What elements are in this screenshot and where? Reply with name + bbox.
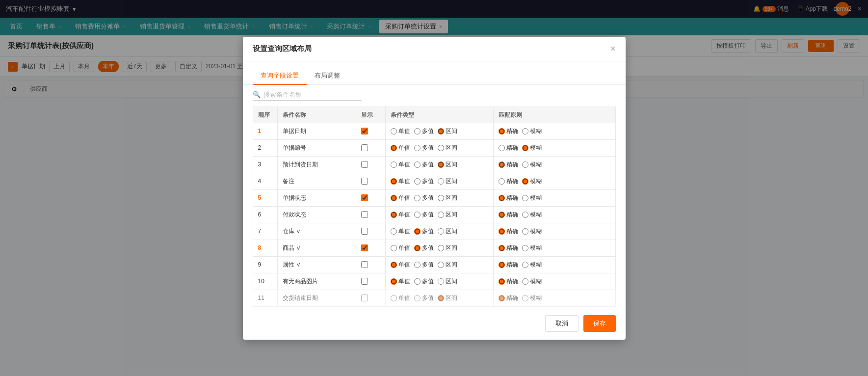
dialog-search: 🔍 bbox=[243, 85, 626, 103]
dialog-title: 设置查询区域布局 bbox=[253, 44, 312, 54]
search-input[interactable] bbox=[263, 91, 362, 98]
dialog-overlay: 设置查询区域布局 × 查询字段设置 布局调整 🔍 顺序 条件名称 显示 条件类型… bbox=[0, 0, 868, 102]
tab-query-fields[interactable]: 查询字段设置 bbox=[253, 67, 307, 85]
dialog-close-button[interactable]: × bbox=[610, 44, 616, 54]
search-icon: 🔍 bbox=[253, 91, 261, 98]
search-input-wrap: 🔍 bbox=[253, 91, 362, 101]
dialog-header: 设置查询区域布局 × bbox=[243, 37, 626, 61]
settings-dialog: 设置查询区域布局 × 查询字段设置 布局调整 🔍 顺序 条件名称 显示 条件类型… bbox=[243, 37, 626, 103]
tab-layout[interactable]: 布局调整 bbox=[307, 67, 348, 85]
dialog-tabs: 查询字段设置 布局调整 bbox=[243, 61, 626, 85]
